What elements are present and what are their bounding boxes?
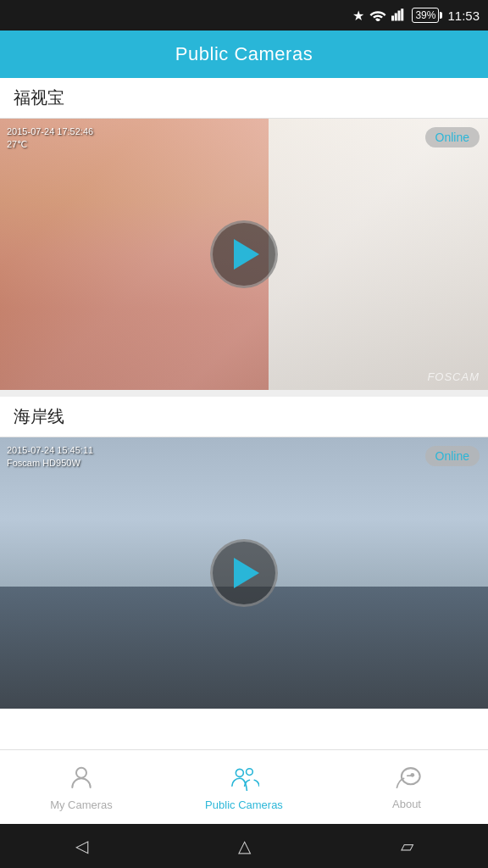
play-icon-2 xyxy=(234,558,259,588)
app-bar-title: Public Cameras xyxy=(175,43,313,65)
about-icon xyxy=(392,765,421,794)
public-cameras-label: Public Cameras xyxy=(205,798,283,811)
my-cameras-icon xyxy=(68,764,95,795)
svg-point-4 xyxy=(76,767,86,777)
status-bar: ★ 39% 11:53 xyxy=(0,0,488,31)
camera-1-watermark: FOSCAM xyxy=(427,370,480,383)
svg-point-8 xyxy=(410,772,414,776)
home-button[interactable]: △ xyxy=(238,836,251,856)
time-display: 11:53 xyxy=(447,8,480,23)
svg-rect-3 xyxy=(402,8,404,20)
recents-button[interactable]: ▱ xyxy=(401,836,413,856)
svg-rect-1 xyxy=(395,13,397,20)
camera-1-status: Online xyxy=(425,127,480,147)
camera-2-timestamp: 2015-07-24 15:45:11 Foscam HD950W xyxy=(7,444,93,470)
camera-2-name: 海岸线 xyxy=(0,397,488,437)
camera-1-timestamp: 2015-07-24 17:52:46 27℃ xyxy=(7,125,93,152)
app-bar: Public Cameras xyxy=(0,31,488,78)
signal-icon xyxy=(391,8,407,24)
camera-1-play-button[interactable] xyxy=(210,220,278,288)
camera-section-2: 海岸线 2015-07-24 15:45:11 Foscam HD950W On… xyxy=(0,397,488,709)
bottom-navigation: My Cameras Public Cameras About xyxy=(0,749,488,824)
star-icon: ★ xyxy=(352,8,364,24)
camera-section-1: 福视宝 2015-07-24 17:52:46 27℃ Online FOSCA… xyxy=(0,78,488,390)
nav-item-my-cameras[interactable]: My Cameras xyxy=(0,750,163,824)
svg-rect-2 xyxy=(398,10,401,20)
camera-list: 福视宝 2015-07-24 17:52:46 27℃ Online FOSCA… xyxy=(0,78,488,749)
nav-item-about[interactable]: About xyxy=(325,750,488,824)
camera-2-play-button[interactable] xyxy=(210,539,278,607)
svg-rect-9 xyxy=(407,775,411,776)
public-cameras-icon xyxy=(229,764,259,795)
about-label: About xyxy=(392,798,421,810)
play-icon xyxy=(234,239,259,270)
camera-2-preview[interactable]: 2015-07-24 15:45:11 Foscam HD950W Online xyxy=(0,437,488,709)
svg-point-5 xyxy=(236,769,243,776)
camera-1-name: 福视宝 xyxy=(0,78,488,119)
battery-indicator: 39% xyxy=(412,8,439,23)
nav-item-public-cameras[interactable]: Public Cameras xyxy=(163,750,325,824)
camera-1-preview[interactable]: 2015-07-24 17:52:46 27℃ Online FOSCAM xyxy=(0,119,488,390)
svg-point-6 xyxy=(247,768,253,775)
wifi-icon xyxy=(369,8,386,24)
my-cameras-label: My Cameras xyxy=(50,798,113,811)
camera-2-status: Online xyxy=(425,446,480,466)
android-nav-bar: ◁ △ ▱ xyxy=(0,824,488,868)
back-button[interactable]: ◁ xyxy=(75,836,88,856)
svg-rect-0 xyxy=(391,15,394,20)
section-divider xyxy=(0,390,488,397)
